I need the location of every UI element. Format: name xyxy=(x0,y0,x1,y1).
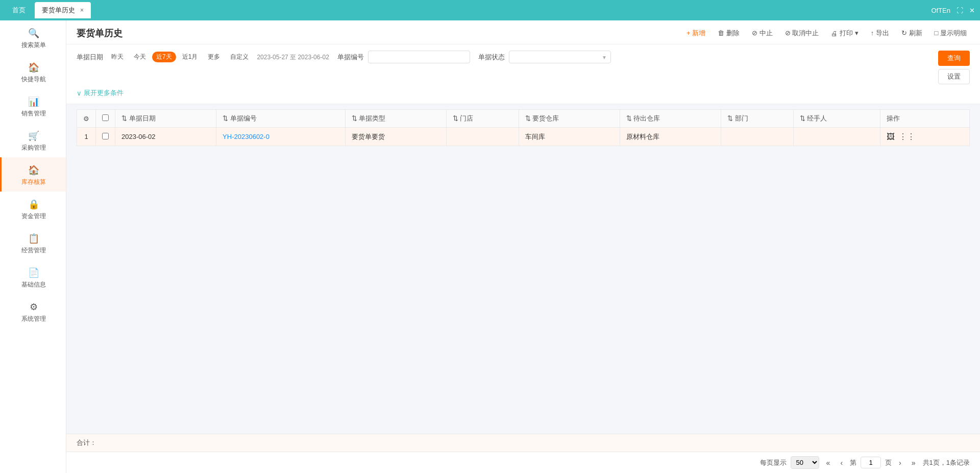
settings-gear-icon[interactable]: ⚙ xyxy=(83,115,89,123)
pagination: 每页显示 50 10 20 100 « ‹ 第 页 › » 共1页，1条记录 xyxy=(66,452,980,473)
th-dept-text: 部门 xyxy=(735,114,748,122)
data-table: ⚙ ⇅ 单据日期 ⇅ 单据编号 xyxy=(77,109,970,146)
th-dept[interactable]: ⇅ 部门 xyxy=(721,110,793,128)
th-doc-type-sort: ⇅ xyxy=(352,114,359,122)
th-out-warehouse-sort: ⇅ xyxy=(626,114,634,122)
filter-area: 单据日期 昨天 今天 近7天 近1月 更多 自定义 2023-05-27 至 2… xyxy=(66,44,980,104)
filter-fields: 单据日期 昨天 今天 近7天 近1月 更多 自定义 2023-05-27 至 2… xyxy=(77,51,928,63)
home-icon: 🏠 xyxy=(28,62,39,73)
expand-more-btn[interactable]: ∨ 展开更多条件 xyxy=(77,88,970,98)
filter-settings-button[interactable]: 设置 xyxy=(938,69,970,84)
operations-icon: 📋 xyxy=(28,233,39,244)
date-pill-custom[interactable]: 自定义 xyxy=(226,52,253,62)
finance-icon: 🔒 xyxy=(28,199,39,210)
delete-button[interactable]: 🗑 删除 xyxy=(715,27,743,40)
table-container: ⚙ ⇅ 单据日期 ⇅ 单据编号 xyxy=(66,104,980,434)
th-req-warehouse[interactable]: ⇅ 要货仓库 xyxy=(519,110,620,128)
page-input[interactable] xyxy=(861,457,881,468)
sidebar-item-inventory[interactable]: 🏠 库存核算 xyxy=(0,157,66,192)
basic-icon: 📄 xyxy=(28,267,39,278)
th-doc-no-sort: ⇅ xyxy=(223,114,230,122)
row-doc-no-link[interactable]: YH-20230602-0 xyxy=(223,133,270,140)
sidebar: 🔍 搜索菜单 🏠 快捷导航 📊 销售管理 🛒 采购管理 🏠 库存核算 🔒 资金管… xyxy=(0,20,66,473)
sidebar-item-nav[interactable]: 🏠 快捷导航 xyxy=(0,55,66,89)
th-store-sort: ⇅ xyxy=(453,114,460,122)
th-store-text: 门店 xyxy=(460,114,473,122)
sidebar-item-sales[interactable]: 📊 销售管理 xyxy=(0,89,66,123)
sidebar-item-finance-label: 资金管理 xyxy=(21,212,46,221)
tab-home[interactable]: 首页 xyxy=(5,2,33,18)
next-page-btn[interactable]: › xyxy=(896,458,904,468)
query-button[interactable]: 查询 xyxy=(938,51,970,66)
sidebar-item-search[interactable]: 🔍 搜索菜单 xyxy=(0,20,66,55)
first-page-btn[interactable]: « xyxy=(823,458,834,468)
row-view-icon[interactable]: 🖼 xyxy=(887,132,895,141)
date-pill-today[interactable]: 今天 xyxy=(130,52,150,62)
date-pill-yesterday[interactable]: 昨天 xyxy=(107,52,128,62)
filter-query-buttons: 查询 设置 xyxy=(938,51,970,84)
th-doc-no[interactable]: ⇅ 单据编号 xyxy=(216,110,346,128)
th-date[interactable]: ⇅ 单据日期 xyxy=(115,110,216,128)
doc-no-filter-group: 单据编号 xyxy=(337,51,470,63)
top-bar-right: OfTEn ⛶ ✕ xyxy=(931,7,975,14)
summary-label: 合计： xyxy=(77,439,96,446)
doc-no-input[interactable] xyxy=(368,51,470,63)
date-pill-7days[interactable]: 近7天 xyxy=(152,52,176,62)
tab-home-label: 首页 xyxy=(12,6,26,15)
date-pills: 昨天 今天 近7天 近1月 更多 自定义 xyxy=(107,52,253,62)
td-dept xyxy=(721,128,793,146)
table-header-row: ⚙ ⇅ 单据日期 ⇅ 单据编号 xyxy=(77,110,970,128)
stop-button[interactable]: ⊘ 中止 xyxy=(749,27,776,40)
th-handler[interactable]: ⇅ 经手人 xyxy=(793,110,880,128)
row-checkbox[interactable] xyxy=(102,133,109,139)
th-date-label: ⇅ xyxy=(121,114,129,122)
prev-page-btn[interactable]: ‹ xyxy=(837,458,846,468)
sidebar-item-basic[interactable]: 📄 基础信息 xyxy=(0,260,66,294)
maximize-icon[interactable]: ⛶ xyxy=(957,7,963,14)
td-out-warehouse: 原材料仓库 xyxy=(620,128,721,146)
sidebar-item-operations[interactable]: 📋 经营管理 xyxy=(0,226,66,260)
content-area: 要货单历史 + 新增 🗑 删除 ⊘ 中止 ⊘ 取消中止 🖨 打印 ▾ ↑ 导出 … xyxy=(66,20,980,473)
date-pill-1month[interactable]: 近1月 xyxy=(178,52,202,62)
th-action: 操作 xyxy=(880,110,969,128)
display-detail-button[interactable]: □ 显示明细 xyxy=(932,27,970,40)
th-settings[interactable]: ⚙ xyxy=(77,110,96,128)
export-button[interactable]: ↑ 导出 xyxy=(868,27,892,40)
th-req-warehouse-text: 要货仓库 xyxy=(532,114,559,122)
th-req-warehouse-sort: ⇅ xyxy=(525,114,533,122)
th-out-warehouse[interactable]: ⇅ 待出仓库 xyxy=(620,110,721,128)
main-layout: 🔍 搜索菜单 🏠 快捷导航 📊 销售管理 🛒 采购管理 🏠 库存核算 🔒 资金管… xyxy=(0,20,980,473)
td-doc-type: 要货单要货 xyxy=(345,128,446,146)
toolbar: + 新增 🗑 删除 ⊘ 中止 ⊘ 取消中止 🖨 打印 ▾ ↑ 导出 ↻ 刷新 □… xyxy=(683,27,970,40)
sidebar-item-finance[interactable]: 🔒 资金管理 xyxy=(0,192,66,226)
th-out-warehouse-text: 待出仓库 xyxy=(633,114,660,122)
sidebar-item-sales-label: 销售管理 xyxy=(21,109,46,118)
page-size-select[interactable]: 50 10 20 100 xyxy=(791,456,819,469)
refresh-button[interactable]: ↻ 刷新 xyxy=(898,27,925,40)
date-pill-more[interactable]: 更多 xyxy=(204,52,224,62)
inventory-icon: 🏠 xyxy=(28,164,39,176)
filter-main-row: 单据日期 昨天 今天 近7天 近1月 更多 自定义 2023-05-27 至 2… xyxy=(77,51,970,84)
close-icon[interactable]: ✕ xyxy=(969,7,975,14)
td-date: 2023-06-02 xyxy=(115,128,216,146)
last-page-btn[interactable]: » xyxy=(909,458,919,468)
tab-active[interactable]: 要货单历史 × xyxy=(35,2,91,18)
print-button[interactable]: 🖨 打印 ▾ xyxy=(828,27,862,40)
th-doc-type[interactable]: ⇅ 单据类型 xyxy=(345,110,446,128)
cancel-stop-button[interactable]: ⊘ 取消中止 xyxy=(782,27,822,40)
status-select[interactable] xyxy=(509,51,611,63)
sidebar-item-inventory-label: 库存核算 xyxy=(21,178,46,186)
th-store[interactable]: ⇅ 门店 xyxy=(446,110,519,128)
row-more-icon[interactable]: ⋮⋮ xyxy=(899,132,915,141)
th-dept-sort: ⇅ xyxy=(727,114,735,122)
sidebar-item-system[interactable]: ⚙ 系统管理 xyxy=(0,294,66,328)
add-button[interactable]: + 新增 xyxy=(683,27,708,40)
th-doc-no-text: 单据编号 xyxy=(230,114,257,122)
status-filter-group: 单据状态 xyxy=(478,51,611,63)
sidebar-item-operations-label: 经营管理 xyxy=(21,246,46,255)
tab-close-icon[interactable]: × xyxy=(80,7,84,14)
go-to-suffix: 页 xyxy=(885,458,892,467)
expand-chevron-icon: ∨ xyxy=(77,89,82,97)
select-all-checkbox[interactable] xyxy=(102,114,109,121)
sidebar-item-purchase[interactable]: 🛒 采购管理 xyxy=(0,123,66,157)
